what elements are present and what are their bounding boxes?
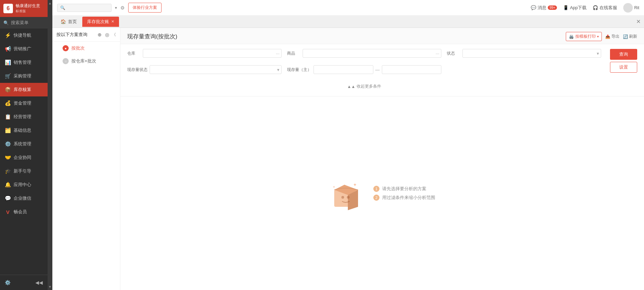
main-area: 🔍 ▾ ⚙ 体验行业方案 💬 消息 99+ 📱 App下载 🎧 在线客服 Rit [52,0,644,290]
export-btn[interactable]: 📤 导出 [605,34,620,39]
sidebar-item-sales[interactable]: 📊 销售管理 [0,56,48,69]
user-menu[interactable]: Rit [623,3,639,13]
sidebar-item-label: 销售管理 [14,59,31,66]
inventory-icon: 📦 [5,87,11,93]
refresh-btn[interactable]: 🔄 刷新 [623,34,637,39]
sidebar-item-operations[interactable]: 📋 经营管理 [0,110,48,124]
tab-inventory-batch[interactable]: 库存批次账 ✕ [82,17,119,27]
warehouse-dots-btn[interactable]: ··· [276,51,279,56]
search-form: 仓库 ··· 商品 ··· [120,44,644,96]
empty-tip-1: 1 请先选择要分析的方案 [373,186,435,192]
sidebar-item-label: 企业微信 [14,195,31,201]
topbar-search-icon: 🔍 [60,5,65,10]
scheme-by-warehouse-batch[interactable]: ○ 按仓库+批次 [52,55,120,68]
quantity-min-input[interactable] [313,65,373,74]
online-service-btn[interactable]: 🎧 在线客服 [593,5,617,11]
sidebar-item-finance[interactable]: 💰 资金管理 [0,96,48,110]
tab-inventory-batch-label: 库存批次账 [87,19,109,25]
settings-btn[interactable]: 设置 [610,62,637,73]
sidebar-item-label: 企业协同 [14,155,31,161]
add-scheme-icon[interactable]: ⊕ [97,31,102,38]
sidebar-item-label: 快捷导航 [14,32,31,38]
user-name: Rit [634,5,639,10]
panel-close-icon[interactable]: ✕ [636,18,641,25]
topbar-gear-icon[interactable]: ⚙ [120,5,125,11]
collapse-filter-icon[interactable]: 《 [112,32,116,38]
sidebar-item-system[interactable]: ⚙️ 系统管理 [0,137,48,151]
scheme-by-batch[interactable]: ● 按批次 [52,42,120,55]
scheme-settings-icon[interactable]: ◎ [104,31,110,38]
scroll-up-icon[interactable]: ▲ [48,1,52,5]
sidebar-nav: ⚡ 快捷导航 📢 营销推广 📊 销售管理 🛒 采购管理 📦 库存核算 💰 资金管… [0,29,48,275]
sidebar-item-wechat[interactable]: 💬 企业微信 [0,192,48,205]
product-label: 商品 [287,51,301,56]
sidebar-item-quick-nav[interactable]: ⚡ 快捷导航 [0,29,48,42]
filter-panel: 按以下方案查询 ⊕ ◎ 《 ● 按批次 ○ 按仓库+批次 [52,28,120,290]
product-field: 商品 ··· [287,49,441,58]
app-download-icon: 📱 [563,5,569,10]
refresh-label: 刷新 [629,34,637,39]
warehouse-input[interactable] [143,49,282,58]
sidebar-item-marketing[interactable]: 📢 营销推广 [0,42,48,56]
right-panel: 现存量查询(按批次) 🖨️ 按模板打印 ▾ 📤 导出 🔄 刷新 [120,28,644,290]
member-icon: V [5,209,11,215]
settings-icon[interactable]: ⚙️ [3,278,12,287]
query-btn[interactable]: 查询 [610,49,637,60]
app-name: 畅康通好生意 [16,3,40,9]
empty-tips: 1 请先选择要分析的方案 2 用过滤条件来缩小分析范围 [373,186,435,201]
print-btn[interactable]: 🖨️ 按模板打印 ▾ [566,32,602,41]
topbar-search-box[interactable]: 🔍 [57,4,112,12]
status-select-wrapper: ▾ [462,49,601,58]
sidebar-item-member[interactable]: V 畅会员 [0,205,48,219]
collapse-more-up-icon: ▲▲ [347,84,355,89]
tip-text-2: 用过滤条件来缩小分析范围 [382,195,435,201]
tab-home-label: 首页 [68,19,77,25]
warehouse-field: 仓库 ··· [127,49,282,58]
experience-btn[interactable]: 体验行业方案 [128,3,162,13]
search-menu-label: 搜索菜单 [11,20,29,26]
scheme-active-icon: ● [63,45,69,51]
product-dots-btn[interactable]: ··· [436,51,439,56]
sidebar-scrollbar[interactable]: ▲ ▼ [48,0,52,290]
scroll-down-icon[interactable]: ▼ [48,285,52,289]
tip-num-2: 2 [373,195,379,201]
status-select[interactable] [462,49,601,58]
sidebar-item-newbie[interactable]: 🎓 新手引导 [0,164,48,178]
quantity-max-input[interactable] [382,65,442,74]
tabbar: 🏠 首页 库存批次账 ✕ ✕ [52,16,644,28]
wechat-icon: 💬 [5,195,11,201]
sidebar-item-basic[interactable]: 🗂️ 基础信息 [0,124,48,137]
tab-home[interactable]: 🏠 首页 [56,17,82,27]
quick-nav-icon: ⚡ [5,32,11,38]
messages-btn[interactable]: 💬 消息 99+ [531,5,557,11]
svg-point-3 [341,196,344,199]
collapse-more-btn[interactable]: ▲▲ 收起更多条件 [127,81,601,91]
inventory-status-select[interactable] [150,65,282,74]
headset-icon: 🎧 [593,5,598,10]
sidebar-item-apps[interactable]: 🔔 应用中心 [0,178,48,192]
messages-badge: 99+ [548,5,557,10]
content-area: 按以下方案查询 ⊕ ◎ 《 ● 按批次 ○ 按仓库+批次 现存量查询(按批次) [52,28,644,290]
print-dropdown-icon[interactable]: ▾ [597,35,599,38]
sidebar-item-purchase[interactable]: 🛒 采购管理 [0,69,48,83]
tab-close-icon[interactable]: ✕ [111,19,114,24]
sidebar-item-label: 营销推广 [14,46,31,52]
topbar-right: 💬 消息 99+ 📱 App下载 🎧 在线客服 Rit [531,3,639,13]
search-row-1: 仓库 ··· 商品 ··· [127,49,601,58]
sidebar: 6 畅康通好生意 标准版 🔍 搜索菜单 ⚡ 快捷导航 📢 营销推广 📊 销售管理… [0,0,48,290]
filter-panel-header: 按以下方案查询 ⊕ ◎ 《 [52,28,120,42]
sidebar-item-enterprise[interactable]: 🤝 企业协同 [0,151,48,164]
collapse-sidebar-icon[interactable]: ◀◀ [34,278,44,287]
topbar-chevron-icon[interactable]: ▾ [115,5,117,10]
inventory-status-label: 现存量状态 [127,67,148,73]
product-input[interactable] [303,49,441,58]
sidebar-search-menu[interactable]: 🔍 搜索菜单 [0,17,48,29]
app-download-btn[interactable]: 📱 App下载 [563,5,587,11]
sidebar-item-inventory[interactable]: 📦 库存核算 [0,83,48,96]
print-icon: 🖨️ [569,34,574,39]
empty-svg: ✦ ✦ [329,176,363,210]
scheme-by-warehouse-batch-label: 按仓库+批次 [71,58,96,64]
search-menu-icon: 🔍 [3,20,9,25]
topbar: 🔍 ▾ ⚙ 体验行业方案 💬 消息 99+ 📱 App下载 🎧 在线客服 Rit [52,0,644,16]
product-input-wrapper: ··· [303,49,441,58]
